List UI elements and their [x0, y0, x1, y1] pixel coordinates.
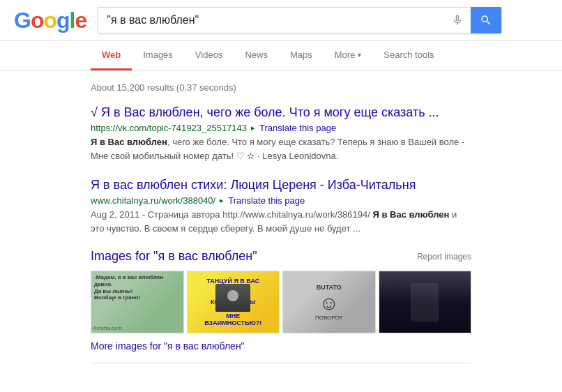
- more-dropdown-arrow: ▾: [358, 51, 361, 59]
- images-section: Images for "я в вас влюблен" Report imag…: [91, 249, 471, 352]
- image-3-label: BUTATO: [317, 284, 342, 291]
- result-2-snippet: Aug 2, 2011 - Страница автора http://www…: [91, 208, 471, 235]
- tab-maps[interactable]: Maps: [279, 41, 324, 70]
- images-grid: -Мадам, я в вас влюблен давно.Да вы льян…: [91, 271, 471, 333]
- search-bar: "я в вас влюблен": [98, 7, 502, 33]
- tab-news[interactable]: News: [234, 41, 279, 70]
- image-thumbnail-4[interactable]: [379, 271, 472, 333]
- main-content: About 15,200 results (0.37 seconds) √ Я …: [0, 71, 562, 377]
- search-result-1: √ Я в Вас влюблен, чего же боле. Что я м…: [91, 104, 471, 163]
- tab-images[interactable]: Images: [132, 41, 184, 70]
- result-2-translate[interactable]: Translate this page: [228, 195, 305, 206]
- search-result-2: Я в вас влюблен стихи: Люция Цереня - Из…: [91, 176, 471, 235]
- result-1-arrow: ▸: [251, 123, 255, 133]
- search-input[interactable]: "я в вас влюблен": [98, 14, 444, 27]
- result-1-translate[interactable]: Translate this page: [259, 123, 336, 133]
- tab-more[interactable]: More ▾: [324, 41, 373, 70]
- result-2-url: www.chitalnya.ru/work/388040/: [91, 195, 215, 206]
- image-3-stick-figure: ☺: [319, 294, 339, 313]
- image-3-caption: ПОВОРОТ: [315, 315, 343, 321]
- image-thumbnail-1[interactable]: -Мадам, я в вас влюблен давно.Да вы льян…: [91, 271, 184, 333]
- image-thumbnail-2[interactable]: ТАНЦУЙ Я В ВАСВЛЮБЛЕН!КОГДА ЖЕ ВЫ ОТВЕТИ…: [187, 271, 280, 333]
- google-logo[interactable]: Google: [14, 8, 86, 33]
- images-header: Images for "я в вас влюблен" Report imag…: [91, 249, 471, 264]
- image-4-figure: [411, 283, 439, 322]
- result-1-snippet: Я в Вас влюблен, чего же боле. Что я мог…: [91, 135, 471, 163]
- tab-videos[interactable]: Videos: [184, 41, 234, 70]
- report-images-link[interactable]: Report images: [417, 252, 471, 262]
- result-2-arrow: ▸: [220, 196, 224, 205]
- image-1-watermark: Axmha.com: [93, 325, 122, 331]
- search-button[interactable]: [471, 7, 501, 33]
- header: Google "я в вас влюблен": [0, 0, 562, 41]
- image-2-person: [215, 284, 250, 312]
- mic-button[interactable]: [444, 14, 471, 27]
- image-1-text: -Мадам, я в вас влюблен давно.Да вы льян…: [94, 274, 183, 301]
- tab-search-tools[interactable]: Search tools: [372, 41, 445, 70]
- bottom-divider: [91, 363, 471, 363]
- images-section-title[interactable]: Images for "я в вас влюблен": [91, 249, 257, 264]
- result-2-title[interactable]: Я в вас влюблен стихи: Люция Цереня - Из…: [91, 176, 471, 194]
- tab-web[interactable]: Web: [91, 41, 132, 70]
- more-images-link[interactable]: More images for "я в вас влюблен": [91, 340, 471, 352]
- image-thumbnail-3[interactable]: BUTATO ☺ ПОВОРОТ: [282, 271, 376, 333]
- nav-bar: Web Images Videos News Maps More ▾ Searc…: [0, 41, 562, 71]
- result-stats: About 15,200 results (0.37 seconds): [91, 82, 471, 93]
- result-1-url-row: https://vk.com/topic-741923_25517143 ▸ T…: [91, 123, 471, 133]
- result-1-title[interactable]: √ Я в Вас влюблен, чего же боле. Что я м…: [91, 104, 471, 121]
- result-1-url: https://vk.com/topic-741923_25517143: [91, 123, 247, 133]
- result-2-url-row: www.chitalnya.ru/work/388040/ ▸ Translat…: [91, 195, 471, 206]
